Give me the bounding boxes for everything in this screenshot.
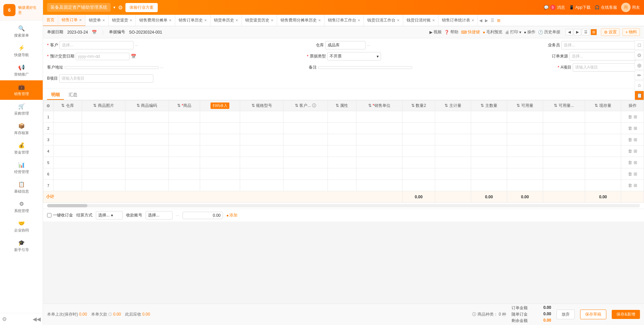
grid-view-btn[interactable]: ⊞ bbox=[591, 29, 597, 35]
copy-icon[interactable]: ⊞ bbox=[634, 114, 637, 119]
tab-menu[interactable]: ☰ bbox=[489, 15, 496, 26]
list-view-btn[interactable]: ☰ bbox=[582, 29, 590, 35]
account-dots[interactable]: ··· bbox=[176, 213, 179, 218]
tab-goods-history[interactable]: 销货单历史 ✕ bbox=[211, 15, 242, 26]
one-click-checkbox-input[interactable] bbox=[47, 213, 51, 217]
settings-header-icon[interactable]: ⚙ bbox=[118, 4, 123, 11]
online-service-btn[interactable]: 🎧 在线客服 bbox=[595, 5, 617, 10]
help-btn[interactable]: ❓ 帮助 bbox=[444, 29, 458, 35]
right-panel-btn-4[interactable]: ✏ bbox=[635, 71, 644, 80]
amount-input[interactable]: 0.00 bbox=[183, 212, 223, 219]
delete-icon[interactable]: 🗑 bbox=[628, 160, 632, 165]
tab-close-daily-reconcile[interactable]: ✕ bbox=[432, 18, 435, 22]
sidebar-item-inventory[interactable]: 📦 库存核算 bbox=[0, 119, 43, 139]
copy-icon[interactable]: ⊞ bbox=[634, 126, 637, 131]
collapse-icon[interactable]: ◀◀ bbox=[33, 316, 41, 322]
tab-sales-order[interactable]: 销售订单 ✕ bbox=[58, 15, 85, 26]
sidebar-item-quicknav[interactable]: ⚡ 快捷导航 bbox=[0, 41, 43, 61]
b-project-input[interactable]: 请输入B项目 bbox=[59, 74, 153, 83]
shortcut-btn[interactable]: ⌨ 快捷键 bbox=[461, 29, 480, 35]
tab-close-order-workbench[interactable]: ✕ bbox=[357, 18, 360, 22]
warehouse-dots[interactable]: ··· bbox=[367, 43, 370, 48]
delete-icon[interactable]: 🗑 bbox=[628, 114, 632, 119]
profit-preview-btn[interactable]: ● 毛利预览 bbox=[483, 29, 502, 35]
one-click-payment-checkbox[interactable]: 一键收订金 bbox=[47, 212, 73, 218]
right-panel-btn-2[interactable]: ⊙ bbox=[635, 50, 644, 60]
dropdown-arrow-icon[interactable]: ▾ bbox=[113, 5, 115, 10]
app-download-btn[interactable]: 📱 App下载 bbox=[569, 5, 591, 10]
sidebar-item-guide[interactable]: 🎓 新手引导 bbox=[0, 236, 43, 256]
payment-method-select[interactable]: 选择... ▾ bbox=[96, 211, 123, 219]
tab-sales-stats[interactable]: 销售订单统计表 ✕ bbox=[439, 15, 478, 26]
solution-button[interactable]: 体验行业方案 bbox=[125, 3, 158, 12]
salesperson-input[interactable]: 选择... bbox=[561, 41, 635, 49]
tab-sales-cost[interactable]: 销售费用分摊单 ✕ bbox=[136, 15, 175, 26]
tab-close-sales-cost[interactable]: ✕ bbox=[169, 18, 172, 22]
add-payment-btn[interactable]: ● 添加 bbox=[226, 212, 237, 218]
sidebar-item-collab[interactable]: 🤝 企业协同 bbox=[0, 217, 43, 236]
sidebar-item-operations[interactable]: 📊 经营管理 bbox=[0, 158, 43, 178]
tab-expand[interactable]: ⊞ bbox=[496, 15, 502, 26]
tab-close-sales-order[interactable]: ✕ bbox=[79, 18, 82, 22]
tab-sales-return[interactable]: 销货退货 ✕ bbox=[109, 15, 136, 26]
tab-sales-goods[interactable]: 销货单 ✕ bbox=[85, 15, 109, 26]
address-dots[interactable]: ··· bbox=[160, 65, 163, 70]
customer-dots[interactable]: ··· bbox=[135, 43, 138, 48]
print-btn[interactable]: 🖨 打印 ▾ bbox=[505, 29, 521, 35]
a-project-input[interactable]: 请输入A项目 bbox=[573, 63, 640, 72]
right-panel-btn-6[interactable]: 📋 bbox=[635, 91, 644, 100]
delete-icon[interactable]: 🗑 bbox=[628, 171, 632, 176]
copy-icon[interactable]: ⊞ bbox=[634, 160, 637, 165]
tab-close-order-history[interactable]: ✕ bbox=[204, 18, 207, 22]
copy-icon[interactable]: ⊞ bbox=[634, 171, 637, 176]
copy-icon[interactable]: ⊞ bbox=[634, 149, 637, 154]
copy-icon[interactable]: ⊞ bbox=[634, 137, 637, 142]
ops-btn[interactable]: ● 操作 bbox=[524, 29, 535, 35]
sidebar-item-finance[interactable]: 💰 资金管理 bbox=[0, 139, 43, 158]
invoice-type-select[interactable]: 不开票 ▾ bbox=[327, 52, 381, 60]
scroll-thumb[interactable] bbox=[47, 204, 87, 207]
calendar2-icon[interactable]: 📅 bbox=[131, 54, 136, 59]
tab-homepage[interactable]: 首页 bbox=[43, 15, 58, 26]
next-record-btn[interactable]: ▶ bbox=[574, 29, 581, 35]
prev-record-btn[interactable]: ◀ bbox=[566, 29, 573, 35]
remark-input[interactable] bbox=[318, 66, 412, 69]
tab-close-daily-workbench[interactable]: ✕ bbox=[397, 18, 400, 22]
scroll-track[interactable] bbox=[47, 204, 640, 207]
sidebar-item-search[interactable]: 🔍 搜索菜单 bbox=[0, 22, 43, 41]
delete-icon[interactable]: 🗑 bbox=[628, 137, 632, 142]
tab-order-workbench[interactable]: 销售订单工作台 ✕ bbox=[325, 15, 364, 26]
tab-close-goods-history[interactable]: ✕ bbox=[235, 18, 238, 22]
tab-return-history[interactable]: 销货退货历史 ✕ bbox=[242, 15, 277, 26]
sidebar-item-syssettings[interactable]: ⚙ 系统管理 bbox=[0, 197, 43, 217]
sidebar-item-purchase[interactable]: 🛒 采购管理 bbox=[0, 100, 43, 119]
tab-close-sales-stats[interactable]: ✕ bbox=[471, 18, 474, 22]
order-source-input[interactable]: 选择... bbox=[569, 52, 637, 60]
tab-close-return-history[interactable]: ✕ bbox=[271, 18, 273, 22]
right-panel-btn-5[interactable]: ☆ bbox=[635, 81, 644, 90]
warehouse-input[interactable]: 成品库 bbox=[325, 41, 366, 49]
print-dropdown-icon[interactable]: ▾ bbox=[519, 30, 521, 35]
save-draft-button[interactable]: 保存草稿 bbox=[580, 310, 606, 319]
tab-detail[interactable]: 明细 bbox=[47, 90, 64, 100]
tab-close-sales-goods[interactable]: ✕ bbox=[102, 18, 105, 22]
customer-input[interactable]: 选择... bbox=[60, 41, 134, 49]
sidebar-item-marketing[interactable]: 📢 营销推广 bbox=[0, 61, 43, 80]
copy-icon[interactable]: ⊞ bbox=[634, 183, 637, 188]
scan-btn[interactable]: 扫码录入 bbox=[211, 103, 229, 109]
right-panel-btn-1[interactable]: □ bbox=[635, 40, 644, 50]
right-panel-btn-3[interactable]: ◎ bbox=[635, 60, 644, 70]
view-btn[interactable]: ▶ 视频 bbox=[429, 29, 442, 35]
tab-daily-workbench[interactable]: 钱货日清工作台 ✕ bbox=[364, 15, 403, 26]
tab-cost-history[interactable]: 销售费用分摊单历史 ✕ bbox=[277, 15, 325, 26]
delete-icon[interactable]: 🗑 bbox=[628, 149, 632, 154]
th-config[interactable]: ⚙ bbox=[43, 100, 53, 111]
save-new-button[interactable]: 保存&新增 bbox=[612, 310, 640, 319]
tab-sales-order-history[interactable]: 销售订单历史 ✕ bbox=[175, 15, 211, 26]
notification-btn[interactable]: 💬 9 消息 bbox=[544, 5, 565, 10]
address-input[interactable] bbox=[65, 66, 159, 69]
delete-icon[interactable]: 🗑 bbox=[628, 183, 632, 188]
calendar-icon[interactable]: 📅 bbox=[92, 30, 97, 35]
sidebar-item-basicinfo[interactable]: 📋 基础信息 bbox=[0, 178, 43, 197]
tab-close-cost-history[interactable]: ✕ bbox=[318, 18, 321, 22]
